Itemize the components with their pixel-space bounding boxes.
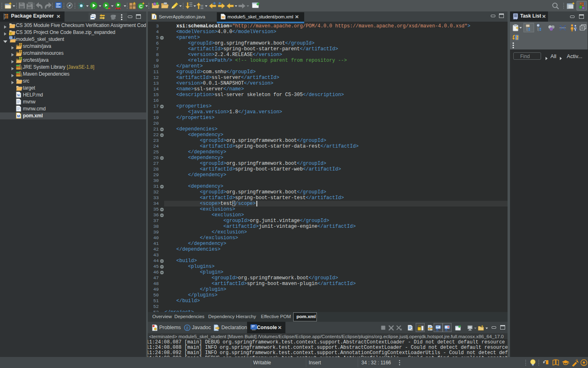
svg-text:@: @	[186, 326, 189, 330]
svg-text:J: J	[153, 15, 155, 19]
svg-text:C: C	[139, 4, 143, 9]
svg-text:M: M	[222, 15, 225, 19]
svg-text:W: W	[17, 94, 20, 97]
svg-text:M: M	[10, 36, 12, 39]
svg-text:J: J	[13, 36, 16, 40]
svg-text:!: !	[10, 32, 11, 35]
svg-text:J: J	[584, 2, 586, 6]
svg-text:M: M	[17, 114, 20, 118]
